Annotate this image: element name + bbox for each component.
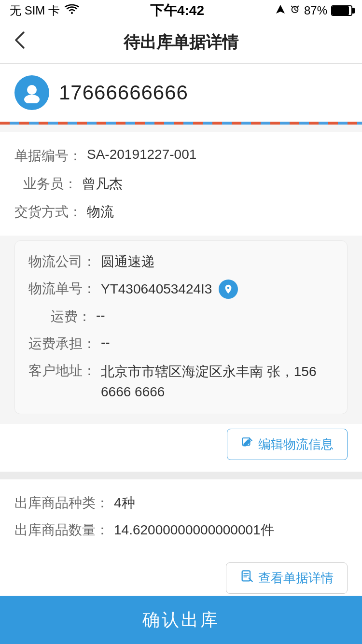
svg-point-3 xyxy=(24,95,40,103)
delivery-value: 物流 xyxy=(87,203,348,221)
order-number-value: SA-20191227-001 xyxy=(87,147,348,165)
freight-bear-value: -- xyxy=(101,335,334,350)
back-button[interactable] xyxy=(14,26,35,58)
location-active-icon xyxy=(275,4,286,17)
color-divider xyxy=(0,122,362,125)
order-number-row: 单据编号： SA-20191227-001 xyxy=(14,147,348,165)
user-section: 17666666666 xyxy=(0,64,362,122)
product-types-row: 出库商品种类： 4种 xyxy=(14,494,348,512)
avatar xyxy=(14,75,49,110)
freight-label: 运费： xyxy=(28,308,96,326)
product-quantity-value: 14.62000000000000001件 xyxy=(114,521,348,539)
company-row: 物流公司： 圆通速递 xyxy=(28,252,334,271)
view-detail-label: 查看单据详情 xyxy=(258,570,334,587)
address-label: 客户地址： xyxy=(28,362,101,380)
status-right: 87% xyxy=(275,4,352,17)
product-types-label: 出库商品种类： xyxy=(14,494,114,512)
status-bar: 无 SIM 卡 下午4:42 87% xyxy=(0,0,362,21)
time-label: 下午4:42 xyxy=(150,1,204,20)
edit-btn-row: 编辑物流信息 xyxy=(0,424,362,472)
freight-bear-row: 运费承担： -- xyxy=(28,335,334,353)
company-value: 圆通速递 xyxy=(101,252,334,271)
alarm-icon xyxy=(290,4,300,17)
tracking-location-icon[interactable] xyxy=(219,280,238,299)
tracking-label: 物流单号： xyxy=(28,280,101,298)
view-detail-button[interactable]: 查看单据详情 xyxy=(226,562,348,594)
nav-bar: 待出库单据详情 xyxy=(0,21,362,64)
tracking-row: 物流单号： YT43064053424I3 xyxy=(28,280,334,299)
page-title: 待出库单据详情 xyxy=(124,31,238,54)
freight-value: -- xyxy=(96,308,334,323)
svg-point-2 xyxy=(27,85,37,95)
confirm-button[interactable]: 确认出库 xyxy=(0,596,362,644)
delivery-row: 交货方式： 物流 xyxy=(14,203,348,221)
product-quantity-label: 出库商品数量： xyxy=(14,521,114,539)
order-number-label: 单据编号： xyxy=(14,147,87,165)
salesman-row: 业务员： 曾凡杰 xyxy=(14,175,348,193)
edit-icon xyxy=(241,436,253,452)
edit-logistics-label: 编辑物流信息 xyxy=(258,436,334,453)
battery-percent: 87% xyxy=(304,4,327,17)
logistics-card: 物流公司： 圆通速递 物流单号： YT43064053424I3 运费： -- … xyxy=(14,240,348,414)
product-quantity-row: 出库商品数量： 14.62000000000000001件 xyxy=(14,521,348,539)
confirm-button-label: 确认出库 xyxy=(142,608,220,632)
svg-point-0 xyxy=(71,12,73,14)
freight-bear-label: 运费承担： xyxy=(28,335,101,353)
salesman-value: 曾凡杰 xyxy=(82,175,348,193)
company-label: 物流公司： xyxy=(28,252,101,271)
wifi-icon xyxy=(65,4,79,17)
order-info-section: 单据编号： SA-20191227-001 业务员： 曾凡杰 交货方式： 物流 xyxy=(0,132,362,236)
edit-logistics-button[interactable]: 编辑物流信息 xyxy=(227,429,348,460)
salesman-label: 业务员： xyxy=(14,175,82,193)
battery-icon xyxy=(331,5,352,16)
svg-rect-5 xyxy=(242,571,250,581)
delivery-label: 交货方式： xyxy=(14,203,87,221)
user-phone: 17666666666 xyxy=(59,81,188,104)
carrier-label: 无 SIM 卡 xyxy=(10,3,60,18)
address-row: 客户地址： 北京市市辖区海淀区永丰南 张，156 6666 6666 xyxy=(28,362,334,402)
tracking-value: YT43064053424I3 xyxy=(101,280,334,299)
freight-row: 运费： -- xyxy=(28,308,334,326)
product-section: 出库商品种类： 4种 出库商品数量： 14.62000000000000001件 xyxy=(0,479,362,558)
address-value: 北京市市辖区海淀区永丰南 张，156 6666 6666 xyxy=(101,362,334,402)
status-left: 无 SIM 卡 xyxy=(10,3,79,18)
section-separator xyxy=(0,472,362,479)
product-types-value: 4种 xyxy=(114,494,348,512)
document-icon xyxy=(240,570,253,587)
